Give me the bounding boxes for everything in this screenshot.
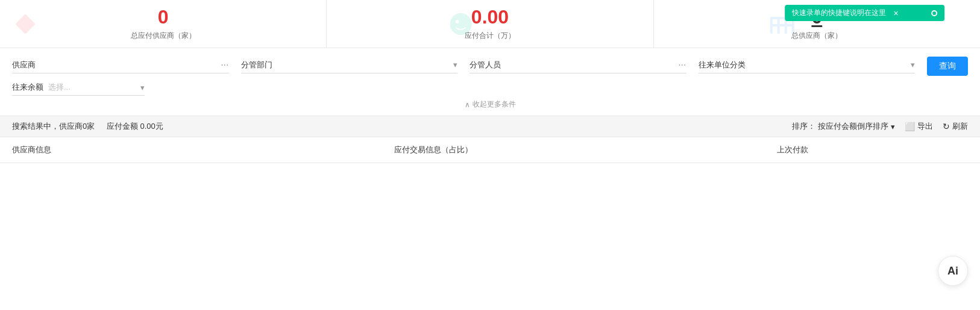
balance-arrow[interactable]: ▾	[140, 83, 145, 92]
svg-point-1	[450, 13, 472, 35]
filter-row-1: 供应商 ··· 分管部门 ▾ 分管人员 ··· 往来单位分类 ▾ 查询	[12, 57, 968, 76]
sort-arrow[interactable]: ▾	[891, 122, 895, 131]
collapse-button[interactable]: ∧ 收起更多条件	[12, 96, 968, 116]
piggy-icon	[448, 11, 474, 37]
person-dots-button[interactable]: ···	[678, 60, 686, 70]
filter-row-2: 往来余额 选择... ▾	[12, 82, 968, 96]
svg-rect-7	[773, 26, 777, 34]
dept-filter: 分管部门 ▾	[241, 60, 458, 73]
diamond-icon	[11, 10, 40, 39]
balance-filter: 往来余额 选择... ▾	[12, 82, 145, 96]
balance-value: 选择...	[48, 82, 138, 93]
sort-prefix: 排序：	[792, 121, 815, 132]
balance-label: 往来余额	[12, 82, 43, 93]
unit-category-arrow[interactable]: ▾	[911, 60, 915, 69]
col-header-last-payment: 上次付款	[777, 144, 968, 155]
tooltip-bubble[interactable]: 快速录单的快捷键说明在这里 ×	[785, 5, 944, 21]
supplier-filter: 供应商 ···	[12, 60, 229, 73]
export-icon: ⬜	[905, 122, 915, 131]
tooltip-close-button[interactable]: ×	[893, 8, 898, 18]
unit-category-filter: 往来单位分类 ▾	[699, 60, 916, 73]
sort-select[interactable]: 排序： 按应付会额倒序排序 ▾	[792, 121, 895, 132]
stat-payable-total: 0.00 应付合计（万）	[327, 0, 653, 48]
stat-label-payable-suppliers: 总应付供应商（家）	[131, 31, 196, 41]
svg-rect-9	[787, 26, 792, 34]
refresh-label: 刷新	[952, 121, 968, 132]
refresh-button[interactable]: ↻ 刷新	[943, 121, 968, 132]
export-label: 导出	[917, 121, 933, 132]
person-label: 分管人员	[470, 60, 501, 70]
stat-total-payable-suppliers: 0 总应付供应商（家）	[0, 0, 327, 48]
dept-label: 分管部门	[241, 60, 272, 70]
supplier-label: 供应商	[12, 60, 36, 70]
result-summary: 搜索结果中，供应商0家 应付金额 0.00元	[12, 121, 163, 132]
stat-label-total-suppliers: 总供应商（家）	[791, 31, 842, 41]
ai-badge-label: Ai	[947, 265, 958, 277]
stats-bar: 0 总应付供应商（家） 0.00 应付合计（万） 快速录单的快捷键说明在这里 ×	[0, 0, 980, 48]
result-bar: 搜索结果中，供应商0家 应付金额 0.00元 排序： 按应付会额倒序排序 ▾ ⬜…	[0, 116, 980, 137]
person-input[interactable]	[506, 60, 676, 69]
refresh-icon: ↻	[943, 122, 950, 131]
svg-rect-0	[15, 14, 36, 34]
filter-area: 供应商 ··· 分管部门 ▾ 分管人员 ··· 往来单位分类 ▾ 查询 往来余额	[0, 48, 980, 116]
stat-number-payable-total: 0.00	[471, 7, 509, 28]
sort-value: 按应付会额倒序排序	[818, 121, 888, 132]
supplier-dots-button[interactable]: ···	[221, 60, 228, 70]
svg-rect-5	[780, 19, 785, 24]
result-amount: 应付金额 0.00元	[107, 122, 163, 131]
result-summary-text: 搜索结果中，供应商0家	[12, 122, 95, 131]
collapse-text: 收起更多条件	[473, 99, 516, 110]
stat-total-suppliers: 快速录单的快捷键说明在这里 × 0 总供应商（家）	[654, 0, 980, 48]
stat-number-payable-suppliers: 0	[158, 7, 169, 28]
table-header: 供应商信息 应付交易信息（占比） 上次付款	[0, 137, 980, 163]
col-header-transaction: 应付交易信息（占比）	[394, 144, 776, 155]
result-actions: 排序： 按应付会额倒序排序 ▾ ⬜ 导出 ↻ 刷新	[792, 121, 968, 132]
dept-arrow[interactable]: ▾	[453, 60, 457, 69]
chevron-up-icon: ∧	[465, 101, 470, 109]
svg-rect-4	[773, 19, 777, 24]
col-header-supplier-info: 供应商信息	[12, 144, 394, 155]
ai-badge-button[interactable]: Ai	[938, 256, 968, 286]
tooltip-text: 快速录单的快捷键说明在这里	[792, 8, 886, 18]
svg-rect-8	[780, 26, 785, 34]
query-button[interactable]: 查询	[927, 57, 968, 76]
svg-point-2	[456, 20, 459, 23]
table-body	[0, 163, 980, 310]
supplier-input[interactable]	[40, 60, 218, 69]
tooltip-dot	[931, 10, 937, 16]
tooltip-line	[903, 13, 922, 14]
export-button[interactable]: ⬜ 导出	[905, 121, 933, 132]
unit-category-label: 往来单位分类	[699, 60, 746, 70]
person-filter: 分管人员 ···	[470, 60, 686, 73]
